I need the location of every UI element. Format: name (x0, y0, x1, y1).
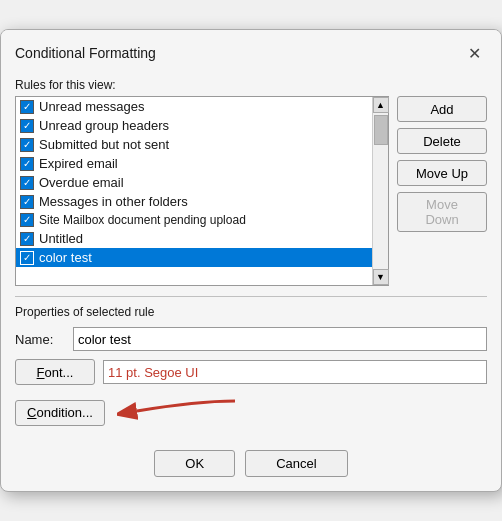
delete-button[interactable]: Delete (397, 128, 487, 154)
title-bar: Conditional Formatting ✕ (1, 30, 501, 72)
condition-button[interactable]: Condition... (15, 400, 105, 426)
checkbox-overdue-email[interactable] (20, 176, 34, 190)
arrow-svg (117, 393, 237, 429)
add-button[interactable]: Add (397, 96, 487, 122)
font-button[interactable]: Font... (15, 359, 95, 385)
cancel-button[interactable]: Cancel (245, 450, 347, 477)
checkbox-expired-email[interactable] (20, 157, 34, 171)
font-display: 11 pt. Segoe UI (103, 360, 487, 384)
red-arrow-indicator (117, 393, 237, 432)
rules-section-label: Rules for this view: (15, 78, 487, 92)
font-button-label: Font... (37, 365, 74, 380)
checkbox-untitled[interactable] (20, 232, 34, 246)
checkbox-unread-group-headers[interactable] (20, 119, 34, 133)
close-button[interactable]: ✕ (461, 40, 487, 66)
dialog-title: Conditional Formatting (15, 45, 156, 61)
divider (15, 296, 487, 297)
scroll-up-arrow[interactable]: ▲ (373, 97, 389, 113)
list-item[interactable]: Overdue email (16, 173, 372, 192)
condition-row: Condition... (15, 393, 487, 432)
properties-title: Properties of selected rule (15, 305, 487, 319)
list-item[interactable]: Unread messages (16, 97, 372, 116)
checkbox-messages-other-folders[interactable] (20, 195, 34, 209)
properties-section: Properties of selected rule Name: Font..… (15, 305, 487, 432)
conditional-formatting-dialog: Conditional Formatting ✕ Rules for this … (0, 29, 502, 492)
list-item[interactable]: Site Mailbox document pending upload (16, 211, 372, 229)
list-item[interactable]: Untitled (16, 229, 372, 248)
list-item[interactable]: Expired email (16, 154, 372, 173)
dialog-body: Rules for this view: Unread messages Unr… (1, 72, 501, 491)
checkbox-site-mailbox[interactable] (20, 213, 34, 227)
name-input[interactable] (73, 327, 487, 351)
rules-list[interactable]: Unread messages Unread group headers Sub… (16, 97, 372, 285)
font-row: Font... 11 pt. Segoe UI (15, 359, 487, 385)
bottom-buttons: OK Cancel (15, 450, 487, 477)
scroll-down-arrow[interactable]: ▼ (373, 269, 389, 285)
move-up-button[interactable]: Move Up (397, 160, 487, 186)
checkbox-submitted-not-sent[interactable] (20, 138, 34, 152)
move-down-button[interactable]: Move Down (397, 192, 487, 232)
list-area: Unread messages Unread group headers Sub… (15, 96, 487, 286)
scroll-thumb[interactable] (374, 115, 388, 145)
list-item-color-test[interactable]: color test (16, 248, 372, 267)
rules-list-wrapper: Unread messages Unread group headers Sub… (15, 96, 389, 286)
list-item[interactable]: Unread group headers (16, 116, 372, 135)
checkbox-unread-messages[interactable] (20, 100, 34, 114)
name-row: Name: (15, 327, 487, 351)
side-buttons: Add Delete Move Up Move Down (397, 96, 487, 286)
condition-button-label: Condition... (27, 405, 93, 420)
list-item[interactable]: Messages in other folders (16, 192, 372, 211)
list-item[interactable]: Submitted but not sent (16, 135, 372, 154)
checkbox-color-test[interactable] (20, 251, 34, 265)
scrollbar[interactable]: ▲ ▼ (372, 97, 388, 285)
name-label: Name: (15, 332, 65, 347)
ok-button[interactable]: OK (154, 450, 235, 477)
